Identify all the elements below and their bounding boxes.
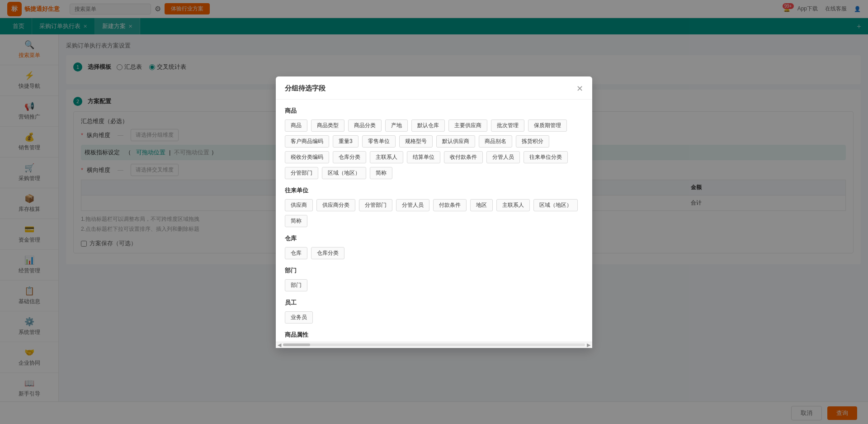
field-tag-0-15[interactable]: 税收分类编码 — [285, 151, 329, 163]
field-section-title-4: 员工 — [285, 299, 583, 307]
field-section-title-5: 商品属性 — [285, 331, 583, 339]
field-section-4: 员工业务员 — [285, 299, 583, 324]
field-tag-0-20[interactable]: 分管人员 — [486, 151, 520, 163]
field-tag-0-7[interactable]: 保质期管理 — [528, 119, 567, 132]
modal-title: 分组待选字段 — [285, 84, 326, 93]
hscroll-left-arrow[interactable]: ◀ — [278, 342, 281, 348]
field-tag-0-22[interactable]: 分管部门 — [285, 167, 318, 179]
field-tag-0-12[interactable]: 默认供应商 — [436, 135, 475, 148]
field-tag-2-1[interactable]: 仓库分类 — [311, 247, 344, 259]
field-section-title-2: 仓库 — [285, 234, 583, 243]
field-tag-0-13[interactable]: 商品别名 — [479, 135, 512, 148]
field-tag-0-9[interactable]: 重量3 — [333, 135, 359, 148]
field-tag-0-14[interactable]: 拣货积分 — [516, 135, 549, 148]
field-tag-4-0[interactable]: 业务员 — [285, 311, 313, 324]
field-section-title-3: 部门 — [285, 267, 583, 275]
field-tag-0-8[interactable]: 客户商品编码 — [285, 135, 329, 148]
field-tag-1-1[interactable]: 供应商分类 — [316, 199, 355, 211]
field-tag-0-19[interactable]: 收付款条件 — [444, 151, 483, 163]
field-list-1: 供应商供应商分类分管部门分管人员付款条件地区主联系人区域（地区）简称 — [285, 199, 583, 227]
field-tag-1-3[interactable]: 分管人员 — [396, 199, 429, 211]
field-section-title-0: 商品 — [285, 107, 583, 115]
field-section-title-1: 往来单位 — [285, 186, 583, 195]
field-tag-0-4[interactable]: 默认仓库 — [411, 119, 445, 132]
field-tag-1-8[interactable]: 简称 — [285, 215, 307, 227]
field-tag-0-0[interactable]: 商品 — [285, 119, 307, 132]
field-tag-0-6[interactable]: 批次管理 — [491, 119, 524, 132]
field-tag-1-6[interactable]: 主联系人 — [496, 199, 530, 211]
hscroll-thumb[interactable] — [283, 343, 310, 346]
field-section-3: 部门部门 — [285, 267, 583, 291]
field-tag-0-11[interactable]: 规格型号 — [399, 135, 433, 148]
field-list-3: 部门 — [285, 279, 583, 291]
field-tag-3-0[interactable]: 部门 — [285, 279, 307, 291]
modal-header: 分组待选字段 ✕ — [276, 76, 592, 100]
field-select-modal: 分组待选字段 ✕ 商品商品商品类型商品分类产地默认仓库主要供应商批次管理保质期管… — [276, 76, 592, 348]
hscroll-right-arrow[interactable]: ▶ — [587, 342, 590, 348]
field-tag-2-0[interactable]: 仓库 — [285, 247, 307, 259]
hscroll-track — [283, 343, 585, 346]
field-tag-0-24[interactable]: 简称 — [370, 167, 392, 179]
field-list-4: 业务员 — [285, 311, 583, 324]
field-list-2: 仓库仓库分类 — [285, 247, 583, 259]
field-tag-1-0[interactable]: 供应商 — [285, 199, 313, 211]
modal-close-button[interactable]: ✕ — [576, 84, 583, 94]
field-tag-1-7[interactable]: 区域（地区） — [533, 199, 578, 211]
field-tag-0-10[interactable]: 零售单位 — [362, 135, 396, 148]
field-tag-1-2[interactable]: 分管部门 — [359, 199, 392, 211]
field-tag-1-4[interactable]: 付款条件 — [433, 199, 467, 211]
field-tag-0-2[interactable]: 商品分类 — [348, 119, 382, 132]
field-tag-0-23[interactable]: 区域（地区） — [322, 167, 366, 179]
modal-hscroll: ◀ ▶ — [276, 342, 592, 348]
field-tag-1-5[interactable]: 地区 — [470, 199, 493, 211]
field-tag-0-21[interactable]: 往来单位分类 — [524, 151, 568, 163]
field-section-2: 仓库仓库仓库分类 — [285, 234, 583, 259]
field-section-1: 往来单位供应商供应商分类分管部门分管人员付款条件地区主联系人区域（地区）简称 — [285, 186, 583, 227]
field-section-0: 商品商品商品类型商品分类产地默认仓库主要供应商批次管理保质期管理客户商品编码重量… — [285, 107, 583, 179]
modal-body: 商品商品商品类型商品分类产地默认仓库主要供应商批次管理保质期管理客户商品编码重量… — [276, 100, 592, 342]
field-tag-0-5[interactable]: 主要供应商 — [448, 119, 487, 132]
field-tag-0-17[interactable]: 主联系人 — [370, 151, 403, 163]
field-tag-0-16[interactable]: 仓库分类 — [333, 151, 366, 163]
field-tag-0-1[interactable]: 商品类型 — [311, 119, 344, 132]
field-section-5: 商品属性属性颜色多规格尺码鞋码1 — [285, 331, 583, 342]
field-tag-0-3[interactable]: 产地 — [385, 119, 408, 132]
field-list-0: 商品商品类型商品分类产地默认仓库主要供应商批次管理保质期管理客户商品编码重量3零… — [285, 119, 583, 179]
field-tag-0-18[interactable]: 结算单位 — [407, 151, 440, 163]
